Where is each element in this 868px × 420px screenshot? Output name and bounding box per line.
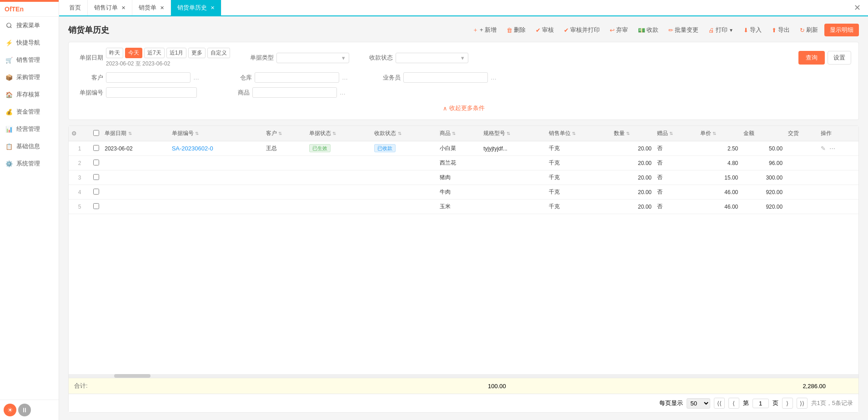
th-customer: 客户 ⇅ [263,126,306,141]
doc-type-select[interactable]: ▾ [276,53,349,63]
settings-button[interactable]: 设置 [828,51,851,65]
customer-input[interactable] [106,72,191,83]
sidebar-item-finance[interactable]: 💰 资金管理 [0,103,59,120]
row-doc-status [306,156,371,170]
new-button[interactable]: ＋ + 新增 [469,24,500,36]
filter-collapse[interactable]: ∧ 收起更多条件 [76,102,851,114]
prev-page-button[interactable]: ⟨ [728,398,739,409]
row-select-checkbox[interactable] [93,145,99,151]
customer-label: 客户 [76,74,103,82]
settings-icon[interactable]: ⚙ [71,130,77,137]
goods-ellipsis[interactable]: … [340,89,346,96]
customer-ellipsis[interactable]: … [193,74,199,81]
import-button[interactable]: ⬇ 导入 [740,24,765,36]
collect-status-arrow-icon: ▾ [461,55,464,61]
warehouse-input[interactable] [255,72,339,83]
sidebar-item-inventory[interactable]: 🏠 库存核算 [0,86,59,103]
sidebar-item-purchase-mgmt[interactable]: 📦 采购管理 [0,69,59,86]
tab-sales-delivery[interactable]: 销货单 ✕ [132,0,171,15]
date-btn-today[interactable]: 今天 [125,48,142,58]
sidebar-item-search-menu[interactable]: 搜索菜单 [0,17,59,34]
more-icon[interactable]: ⋯ [829,145,835,152]
docno-input[interactable] [106,87,197,98]
date-btn-7days[interactable]: 近7天 [144,48,165,58]
th-qty: 数量 ⇅ [611,126,654,141]
tab-sales-order[interactable]: 销售订单 ✕ [88,0,132,15]
abandon-button[interactable]: ↩ 弃审 [606,24,632,36]
date-btn-more[interactable]: 更多 [188,48,206,58]
sidebar-bottom-btn2[interactable]: ⏸ [18,404,31,416]
business-input[interactable] [403,72,488,83]
sidebar-item-quick-nav[interactable]: ⚡ 快捷导航 [0,34,59,51]
tab-sales-history-close[interactable]: ✕ [211,5,215,11]
tab-home[interactable]: 首页 [63,0,88,15]
date-btn-yesterday[interactable]: 昨天 [106,48,123,58]
row-price: 2.50 [697,141,741,156]
business-ellipsis[interactable]: … [491,74,497,81]
row-doc-no [169,185,263,200]
first-page-button[interactable]: ⟨⟨ [714,398,725,409]
warehouse-ellipsis[interactable]: … [342,74,348,81]
select-all-checkbox[interactable] [93,130,99,136]
tab-sales-order-close[interactable]: ✕ [121,5,125,11]
row-select-checkbox[interactable] [93,189,99,195]
row-goods: 小白菜 [437,141,481,156]
new-label: + 新增 [480,26,497,34]
row-goods: 牛肉 [437,185,481,200]
per-page-select[interactable]: 50 100 200 [687,398,710,409]
audit-button[interactable]: ✔ 审核 [532,24,557,36]
print-button[interactable]: 🖨 打印 ▼ [705,24,737,36]
delete-button[interactable]: 🗑 删除 [503,24,529,36]
date-btn-custom[interactable]: 自定义 [207,48,230,58]
horizontal-scrollbar[interactable] [69,374,858,378]
sidebar-item-ops-mgmt[interactable]: 📊 经营管理 [0,120,59,138]
sidebar-item-sales-mgmt[interactable]: 🛒 销售管理 [0,51,59,69]
collect-status-badge: 已收款 [374,144,396,152]
row-gift: 否 [654,156,697,170]
doc-status-badge: 已生效 [309,144,331,152]
collect-button[interactable]: 💵 收款 [634,24,662,36]
page-number-input[interactable] [753,399,769,408]
goods-label: 商品 [222,89,250,97]
sidebar-item-sys-mgmt[interactable]: ⚙️ 系统管理 [0,155,59,172]
row-select-checkbox[interactable] [93,160,99,165]
export-button[interactable]: ⬆ 导出 [768,24,793,36]
next-page-button[interactable]: ⟩ [782,398,793,409]
table-wrapper[interactable]: ⚙ 单据日期 ⇅ 单据编号 ⇅ 客户 ⇅ 单据状态 ⇅ 收款状态 ⇅ 商品 ⇅ … [69,126,858,374]
table-row: 2 西兰花 千克 20.00 否 4.80 96.00 [69,156,858,170]
query-button[interactable]: 查询 [798,51,825,65]
tab-sales-delivery-close[interactable]: ✕ [160,5,164,11]
audit-print-button[interactable]: ✔ 审核并打印 [560,24,603,36]
doc-type-label: 单据类型 [246,54,274,62]
sort-collectstatus-icon: ⇅ [398,131,401,136]
sidebar-bottom-btn1[interactable]: ☀ [4,404,16,416]
th-collect-status: 收款状态 ⇅ [371,126,437,141]
collect-status-select[interactable]: ▾ [396,53,468,63]
row-goods: 西兰花 [437,156,481,170]
last-page-button[interactable]: ⟩⟩ [797,398,808,409]
row-gift: 否 [654,170,697,185]
doc-no-link[interactable]: SA-20230602-0 [172,145,213,152]
show-details-button[interactable]: 显示明细 [824,24,859,36]
collect-status-label: 收款状态 [366,54,393,62]
date-btn-1month[interactable]: 近1月 [166,48,187,58]
goods-input[interactable] [252,87,337,98]
row-select-checkbox[interactable] [93,174,99,180]
row-doc-date [102,156,169,170]
row-select-checkbox[interactable] [93,203,99,209]
date-range: 2023-06-02 至 2023-06-02 [106,60,230,68]
row-customer [263,185,306,200]
edit-icon[interactable]: ✎ [821,145,826,152]
filter-section: 单据日期 昨天 今天 近7天 近1月 更多 自定义 2023-06-02 至 2… [68,42,859,120]
sort-date-icon: ⇅ [128,131,132,136]
row-action: ✎⋯ [818,141,858,156]
tab-home-label: 首页 [69,4,81,12]
tab-sales-history[interactable]: 销货单历史 ✕ [171,0,221,15]
import-label: 导入 [750,26,762,34]
refresh-button[interactable]: ↻ 刷新 [796,24,822,36]
th-checkbox [90,126,102,141]
scrollbar-thumb[interactable] [114,374,151,378]
sidebar-item-basic-info[interactable]: 📋 基础信息 [0,138,59,155]
tab-close-all[interactable]: ✕ [850,3,864,13]
batch-change-button[interactable]: ✏ 批量变更 [665,24,702,36]
